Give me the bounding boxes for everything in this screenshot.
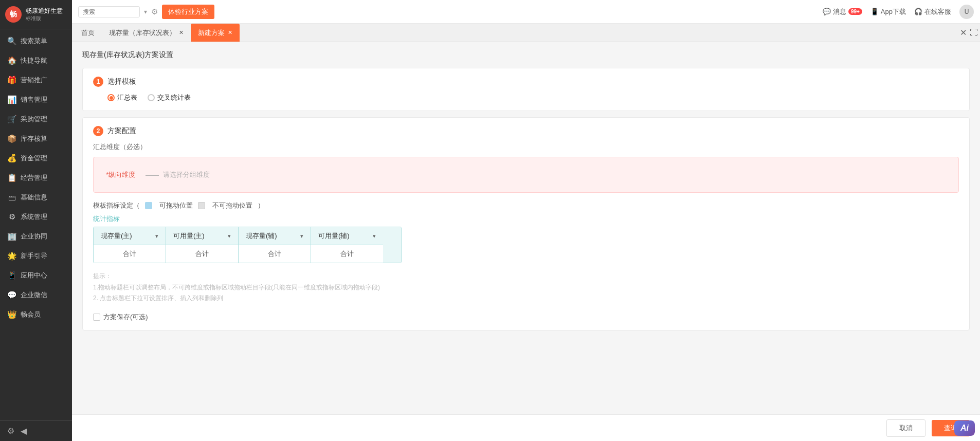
sidebar-item-label: 畅会员 <box>21 310 41 319</box>
online-service-label: 在线客服 <box>924 7 951 16</box>
sidebar-item-label: 系统管理 <box>21 212 47 222</box>
stats-col-header-3[interactable]: 可用量(辅) ▾ <box>311 227 383 245</box>
tab-new-plan[interactable]: 新建方案 ✕ <box>191 24 240 42</box>
sidebar-item-system[interactable]: ⚙ 系统管理 <box>0 207 72 227</box>
sidebar-item-label: 销售管理 <box>21 95 47 104</box>
sidebar-item-sales[interactable]: 📊 销售管理 <box>0 90 72 109</box>
dimension-dash: —— <box>146 171 159 179</box>
app-name: 畅康通好生意 <box>26 7 63 15</box>
tab-inventory[interactable]: 现存量（库存状况表） ✕ <box>102 24 191 42</box>
avatar[interactable]: U <box>959 5 974 19</box>
topbar-right: 💬 消息 99+ 📱 App下载 🎧 在线客服 U <box>823 5 974 19</box>
step1-label: 选择模板 <box>107 77 136 86</box>
cancel-button[interactable]: 取消 <box>886 419 925 437</box>
online-service-item[interactable]: 🎧 在线客服 <box>914 7 951 16</box>
dropdown-arrow-2[interactable]: ▾ <box>300 233 303 240</box>
stats-col-label-2: 现存量(辅) <box>246 231 277 241</box>
marketing-icon: 🎁 <box>7 76 16 85</box>
bottom-bar: 取消 查询 <box>72 414 980 441</box>
radio-summary-dot <box>107 94 115 101</box>
sidebar-item-basic-info[interactable]: 🗃 基础信息 <box>0 188 72 207</box>
radio-cross[interactable]: 交叉统计表 <box>148 93 191 102</box>
message-badge: 99+ <box>848 8 862 15</box>
settings-icon[interactable]: ⚙ <box>7 426 14 436</box>
stats-col-header-2[interactable]: 现存量(辅) ▾ <box>239 227 311 245</box>
dimension-area[interactable]: *纵向维度 —— 请选择分组维度 <box>93 157 959 193</box>
draggable-badge <box>145 202 152 209</box>
tab-close-new-plan[interactable]: ✕ <box>228 29 232 36</box>
sidebar-item-marketing[interactable]: 🎁 营销推广 <box>0 70 72 90</box>
sales-icon: 📊 <box>7 95 16 104</box>
sidebar-item-enterprise[interactable]: 🏢 企业协同 <box>0 227 72 246</box>
save-checkbox[interactable] <box>93 314 100 321</box>
tab-close-all-icon[interactable]: ✕ <box>960 28 967 38</box>
step1-num: 1 <box>93 77 103 87</box>
sidebar-item-app-center[interactable]: 📱 应用中心 <box>0 266 72 285</box>
headset-icon: 🎧 <box>914 8 922 15</box>
stats-col-header-1[interactable]: 可用量(主) ▾ <box>166 227 238 245</box>
gear-icon[interactable]: ⚙ <box>151 7 158 16</box>
stats-col-header-0[interactable]: 现存量(主) ▾ <box>94 227 166 245</box>
stats-col-2: 现存量(辅) ▾ 合计 <box>239 227 311 263</box>
page-title: 现存量(库存状况表)方案设置 <box>82 50 970 60</box>
message-item[interactable]: 💬 消息 99+ <box>823 7 862 16</box>
tab-close-inventory[interactable]: ✕ <box>179 29 184 36</box>
app-download-item[interactable]: 📱 App下载 <box>870 7 906 16</box>
tab-expand-icon[interactable]: ⛶ <box>970 28 978 38</box>
trial-btn[interactable]: 体验行业方案 <box>162 5 214 19</box>
sidebar-item-wechat[interactable]: 💬 企业微信 <box>0 285 72 305</box>
content-area: 现存量(库存状况表)方案设置 1 选择模板 汇总表 交叉统计表 2 <box>72 42 980 414</box>
basic-info-icon: 🗃 <box>7 193 16 202</box>
message-icon: 💬 <box>823 8 831 15</box>
radio-summary[interactable]: 汇总表 <box>107 93 137 102</box>
sidebar-footer: ⚙ ◀ <box>0 420 72 441</box>
sidebar-item-operations[interactable]: 📋 经营管理 <box>0 168 72 188</box>
fixed-label: 不可拖动位置 <box>212 201 252 210</box>
radio-cross-label: 交叉统计表 <box>157 93 191 102</box>
search-input[interactable] <box>78 6 140 17</box>
app-version: 标准版 <box>26 15 63 22</box>
step2-label: 方案配置 <box>107 126 136 136</box>
message-label: 消息 <box>833 7 846 16</box>
app-download-icon: 📱 <box>870 8 879 15</box>
stats-col-1: 可用量(主) ▾ 合计 <box>166 227 239 263</box>
stats-table-header: 现存量(主) ▾ 合计 可用量(主) ▾ 合计 <box>94 227 401 263</box>
template-radio-group: 汇总表 交叉统计表 <box>107 93 959 102</box>
sidebar-item-label: 企业协同 <box>21 232 47 241</box>
sidebar-item-label: 快捷导航 <box>21 56 47 65</box>
tips-item2: 2. 点击标题栏下拉可设置排序、插入列和删除列 <box>93 293 959 304</box>
search-menu-icon: 🔍 <box>7 36 16 46</box>
vertical-dimension-label: *纵向维度 <box>106 170 135 179</box>
indicators-label-text: 模板指标设定（ <box>93 201 140 210</box>
sidebar-item-newcomer[interactable]: 🌟 新手引导 <box>0 246 72 266</box>
sidebar-item-inventory[interactable]: 📦 库存核算 <box>0 129 72 149</box>
sidebar-item-finance[interactable]: 💰 资金管理 <box>0 149 72 168</box>
sidebar-item-quick-nav[interactable]: 🏠 快捷导航 <box>0 51 72 70</box>
operations-icon: 📋 <box>7 173 16 182</box>
main-area: ▾ ⚙ 体验行业方案 💬 消息 99+ 📱 App下载 🎧 在线客服 U 首页 <box>72 0 980 441</box>
tabs-right-icons: ✕ ⛶ <box>960 28 978 38</box>
dropdown-arrow-1[interactable]: ▾ <box>228 233 231 240</box>
ai-badge[interactable]: Ai <box>954 420 975 436</box>
quick-nav-icon: 🏠 <box>7 56 16 65</box>
dropdown-arrow-icon: ▾ <box>144 8 147 15</box>
indicators-section: 模板指标设定（ 可拖动位置 不可拖动位置 ） 统计指标 现存量(主) <box>93 201 959 265</box>
stats-table-title: 统计指标 <box>93 214 959 224</box>
sidebar-item-member[interactable]: 👑 畅会员 <box>0 305 72 324</box>
tabs-bar: 首页 现存量（库存状况表） ✕ 新建方案 ✕ ✕ ⛶ <box>72 24 980 42</box>
collapse-icon[interactable]: ◀ <box>21 426 27 436</box>
sidebar-item-search-menu[interactable]: 🔍 搜索菜单 <box>0 31 72 51</box>
dropdown-arrow-3[interactable]: ▾ <box>373 233 376 240</box>
sidebar-item-label: 采购管理 <box>21 115 47 124</box>
dropdown-arrow-0[interactable]: ▾ <box>155 233 158 240</box>
sidebar-item-label: 资金管理 <box>21 154 47 163</box>
sidebar-item-label: 应用中心 <box>21 271 47 280</box>
save-checkbox-row[interactable]: 方案保存(可选) <box>93 313 959 322</box>
sidebar-item-purchase[interactable]: 🛒 采购管理 <box>0 109 72 129</box>
tab-home[interactable]: 首页 <box>74 25 102 41</box>
dimension-title: 汇总维度（必选） <box>93 142 959 152</box>
sidebar-item-label: 经营管理 <box>21 173 47 182</box>
stats-col-body-1: 合计 <box>166 245 238 263</box>
tips-title: 提示： <box>93 271 959 282</box>
app-center-icon: 📱 <box>7 271 16 280</box>
